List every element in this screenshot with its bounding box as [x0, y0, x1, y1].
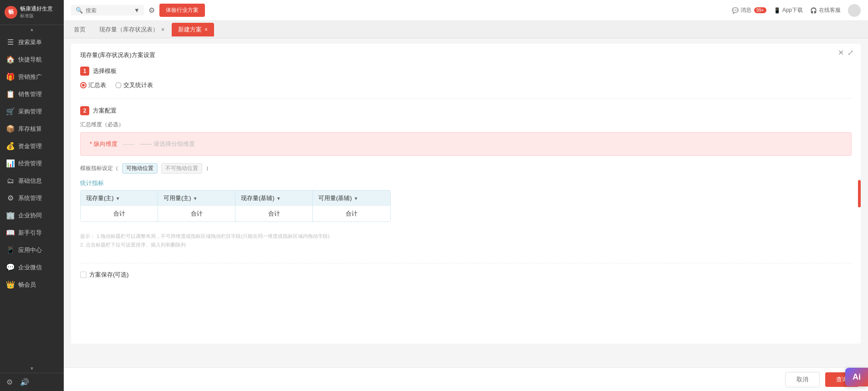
cancel-button[interactable]: 取消 [785, 372, 820, 387]
scroll-handle[interactable] [858, 180, 861, 207]
sidebar-item-enterprise-wechat[interactable]: 💬 企业微信 [0, 259, 64, 276]
sidebar-item-company[interactable]: 🏢 企业协同 [0, 207, 64, 224]
gift-icon: 🎁 [6, 73, 15, 81]
sidebar-item-finance[interactable]: 💰 资金管理 [0, 138, 64, 155]
col-header-3: 可用量(基辅) ▼ [313, 190, 390, 206]
section2-header: 2 方案配置 [80, 106, 852, 115]
online-service-button[interactable]: 🎧 在线客服 [810, 6, 841, 14]
topbar-right: 💬 消息 99+ 📱 App下载 🎧 在线客服 [732, 4, 861, 17]
sidebar-item-label: 快捷导航 [18, 56, 42, 64]
sidebar-item-label: 搜索菜单 [18, 38, 42, 46]
sidebar-nav: ☰ 搜索菜单 🏠 快捷导航 🎁 营销推广 📋 销售管理 🛒 采购管理 📦 库存核… [0, 34, 64, 364]
sidebar-item-inventory[interactable]: 📦 库存核算 [0, 120, 64, 138]
warning-row: * 纵向维度 —— —— 请选择分组维度 [90, 140, 842, 148]
ai-badge[interactable]: Ai [845, 368, 868, 386]
summary-dim-label: 汇总维度（必选） [80, 121, 852, 129]
tab-close-inventory[interactable]: × [161, 26, 164, 33]
sidebar-item-sales[interactable]: 📋 销售管理 [0, 86, 64, 103]
sidebar-scroll-up[interactable]: ▲ [0, 25, 64, 34]
stats-table-body: 合计 合计 合计 合计 [81, 206, 390, 221]
summary-table-option[interactable]: 汇总表 [80, 81, 106, 89]
finance-icon: 💰 [6, 142, 15, 150]
sidebar-item-quick-nav[interactable]: 🏠 快捷导航 [0, 51, 64, 68]
col-1-dropdown[interactable]: ▼ [193, 196, 198, 201]
tab-new-plan[interactable]: 新建方案 × [172, 23, 214, 36]
expand-panel-button[interactable]: ⤢ [848, 48, 853, 57]
search-icon: 🔍 [76, 7, 83, 14]
topbar: 🔍 ▼ ⚙ 体验行业方案 💬 消息 99+ 📱 App下载 🎧 在线客服 [64, 0, 868, 21]
company-icon: 🏢 [6, 211, 15, 220]
app-download-button[interactable]: 📱 App下载 [774, 6, 803, 14]
gear-icon[interactable]: ⚙ [148, 6, 155, 15]
col-3-dropdown[interactable]: ▼ [354, 196, 358, 201]
sidebar-item-app-center[interactable]: 📱 应用中心 [0, 242, 64, 259]
wechat-icon: 💬 [6, 263, 15, 272]
sidebar-item-label: 采购管理 [18, 108, 42, 116]
headset-icon: 🎧 [810, 7, 817, 14]
cross-radio[interactable] [115, 82, 122, 88]
col-2-dropdown[interactable]: ▼ [276, 196, 281, 201]
trial-button[interactable]: 体验行业方案 [159, 4, 205, 17]
sidebar-item-label: 系统管理 [18, 194, 42, 202]
search-input[interactable] [86, 7, 131, 14]
template-options: 汇总表 交叉统计表 [80, 81, 852, 89]
topbar-search-container: 🔍 ▼ [71, 5, 144, 15]
metrics-settings-label: 模板指标设定（ 可拖动位置 不可拖动位置 ） [80, 163, 852, 174]
panel-title: 现存量(库存状况表)方案设置 [80, 51, 852, 59]
sidebar-scroll-down[interactable]: ▼ [0, 364, 64, 373]
sidebar-item-system[interactable]: ⚙ 系统管理 [0, 190, 64, 207]
bottom-bar: 取消 查询 [64, 367, 868, 391]
settings-footer-icon[interactable]: ⚙ [6, 378, 13, 386]
logo-icon: 畅 [5, 6, 17, 19]
tab-close-new-plan[interactable]: × [204, 26, 208, 33]
section-config: 2 方案配置 汇总维度（必选） * 纵向维度 —— —— 请选择分组维度 模板指… [80, 106, 852, 254]
inventory-icon: 📦 [6, 125, 15, 133]
sidebar-item-label: 经营管理 [18, 159, 42, 168]
col-0-dropdown[interactable]: ▼ [116, 196, 120, 201]
stats-title: 统计指标 [80, 179, 852, 187]
messages-button[interactable]: 💬 消息 99+ [732, 6, 766, 14]
col-body-3: 合计 [313, 206, 390, 221]
speaker-footer-icon[interactable]: 🔊 [20, 378, 29, 386]
tab-inventory-status[interactable]: 现存量（库存状况表） × [93, 23, 171, 36]
user-avatar[interactable] [848, 4, 861, 17]
summary-radio[interactable] [80, 82, 87, 88]
member-icon: 👑 [6, 281, 15, 289]
sidebar-item-label: 营销推广 [18, 73, 42, 81]
basic-info-icon: 🗂 [6, 177, 15, 185]
purchase-icon: 🛒 [6, 108, 15, 116]
search-dropdown-icon[interactable]: ▼ [134, 7, 140, 14]
col-body-0: 合计 [81, 206, 158, 221]
section1-header: 1 选择模板 [80, 67, 852, 76]
sidebar: 畅 畅康通好生意 标准版 ▲ ☰ 搜索菜单 🏠 快捷导航 🎁 营销推广 📋 销售… [0, 0, 64, 391]
sidebar-item-label: 新手引导 [18, 229, 42, 237]
col-header-2: 现存量(基辅) ▼ [235, 190, 313, 206]
sidebar-item-label: 销售管理 [18, 90, 42, 98]
stats-table: 现存量(主) ▼ 可用量(主) ▼ 现存量(基辅) ▼ [80, 190, 391, 222]
sidebar-item-marketing[interactable]: 🎁 营销推广 [0, 68, 64, 86]
tab-home[interactable]: 首页 [67, 23, 92, 36]
close-panel-button[interactable]: ✕ [838, 48, 844, 57]
phone-icon: 📱 [774, 7, 781, 14]
sidebar-item-newbie[interactable]: 📖 新手引导 [0, 224, 64, 242]
sidebar-item-management[interactable]: 📊 经营管理 [0, 155, 64, 172]
sidebar-item-member[interactable]: 👑 畅会员 [0, 276, 64, 293]
message-icon: 💬 [732, 7, 739, 14]
sidebar-item-search-menu[interactable]: ☰ 搜索菜单 [0, 34, 64, 51]
save-checkbox[interactable] [80, 272, 87, 278]
stats-table-header: 现存量(主) ▼ 可用量(主) ▼ 现存量(基辅) ▼ [81, 190, 390, 206]
newbie-icon: 📖 [6, 229, 15, 237]
sidebar-item-purchase[interactable]: 🛒 采购管理 [0, 103, 64, 120]
tabbar: 首页 现存量（库存状况表） × 新建方案 × [64, 21, 868, 38]
panel-controls: ✕ ⤢ [838, 48, 853, 57]
stats-section: 统计指标 现存量(主) ▼ 可用量(主) ▼ [80, 179, 852, 222]
app-center-icon: 📱 [6, 246, 15, 254]
cross-table-option[interactable]: 交叉统计表 [115, 81, 153, 89]
sidebar-item-basic-info[interactable]: 🗂 基础信息 [0, 172, 64, 190]
col-header-0: 现存量(主) ▼ [81, 190, 158, 206]
home-icon: 🏠 [6, 56, 15, 64]
sales-icon: 📋 [6, 90, 15, 98]
col-body-2: 合计 [235, 206, 313, 221]
sidebar-item-label: 企业微信 [18, 263, 42, 272]
tips-section: 提示： 1.拖动标题栏可以调整布局，不可跨维度或指标区域拖动栏目字段(只能在同一… [80, 229, 852, 254]
